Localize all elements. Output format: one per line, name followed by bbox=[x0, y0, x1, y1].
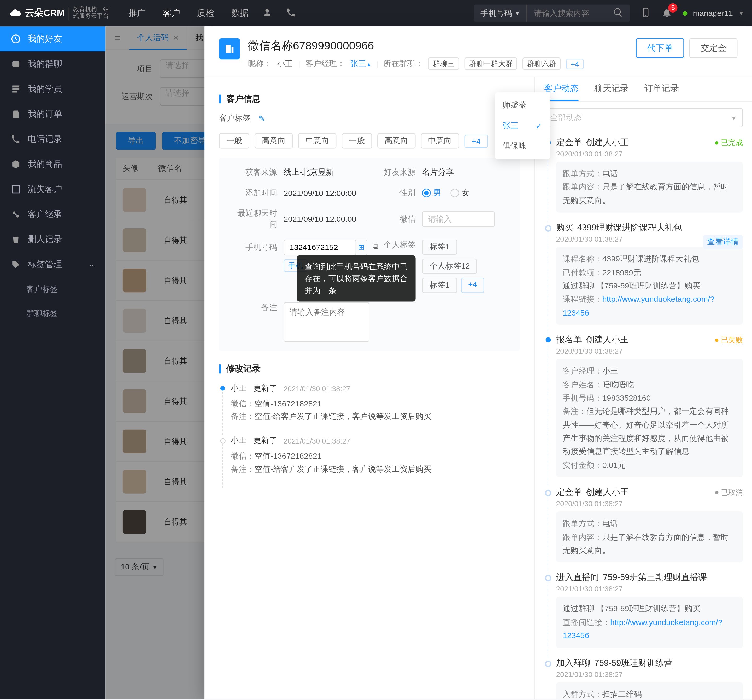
group-chip[interactable]: 群聊一群大群 bbox=[465, 58, 517, 70]
sidebar-item-students[interactable]: 我的学员 bbox=[0, 76, 106, 102]
nav-qc[interactable]: 质检 bbox=[197, 7, 214, 19]
sidebar-item-orders[interactable]: 我的订单 bbox=[0, 102, 106, 127]
proxy-order-button[interactable]: 代下单 bbox=[636, 38, 684, 58]
wechat-input[interactable] bbox=[422, 211, 495, 227]
customer-icon bbox=[219, 38, 240, 59]
rtab-chat[interactable]: 聊天记录 bbox=[594, 82, 628, 101]
sidebar-item-groups[interactable]: 我的群聊 bbox=[0, 51, 106, 76]
nav-customer[interactable]: 客户 bbox=[163, 7, 180, 19]
gender-female-radio[interactable]: 女 bbox=[451, 187, 469, 199]
sidebar: 我的好友 我的群聊 我的学员 我的订单 电话记录 我的商品 流失客户 客户继承 … bbox=[0, 26, 106, 700]
manager-dropdown[interactable]: 张三 ▴ bbox=[350, 58, 371, 69]
svg-point-1 bbox=[645, 15, 646, 16]
sidebar-item-friends[interactable]: 我的好友 bbox=[0, 26, 106, 51]
section-modlog: 修改记录 bbox=[219, 363, 520, 375]
feed-item: 进入直播间759-59班第三期理财直播课2021/01/30 01:38:27通… bbox=[544, 572, 743, 648]
remark-textarea[interactable] bbox=[284, 302, 369, 342]
notification-badge: 5 bbox=[668, 3, 677, 12]
modlog-item: 小王更新了2021/01/30 01:38:27微信：空值-1367218282… bbox=[219, 435, 520, 476]
copy-icon[interactable]: ⧉ bbox=[373, 242, 384, 254]
feed-item: 加入群聊759-59班理财训练营2021/01/30 01:38:27入群方式：… bbox=[544, 657, 743, 700]
manager-dropdown-menu: 师馨薇 张三✓ 俱保咏 bbox=[495, 92, 550, 159]
chevron-up-icon: ︿ bbox=[89, 260, 95, 269]
tag-chip: 中意向 bbox=[298, 133, 337, 148]
search-input[interactable] bbox=[527, 9, 606, 18]
feed-item: 报名单创建人小王已失败2020/01/30 01:38:27客户经理：小王客户姓… bbox=[544, 334, 743, 478]
customer-title: 微信名称6789990000966 bbox=[248, 38, 628, 54]
chevron-down-icon: ▼ bbox=[731, 114, 737, 121]
feed-item: 定金单创建人小王已完成2020/01/30 01:38:27跟单方式：电话跟单内… bbox=[544, 137, 743, 213]
sidebar-item-lost[interactable]: 流失客户 bbox=[0, 177, 106, 202]
sidebar-item-inherit[interactable]: 客户继承 bbox=[0, 202, 106, 227]
sidebar-item-products[interactable]: 我的商品 bbox=[0, 152, 106, 177]
sidebar-item-calls[interactable]: 电话记录 bbox=[0, 127, 106, 152]
chevron-up-icon: ▴ bbox=[367, 60, 371, 67]
phone-icon[interactable] bbox=[286, 7, 296, 20]
modlog-item: 小王更新了2021/01/30 01:38:27微信：空值-1367218282… bbox=[219, 383, 520, 423]
group-chip[interactable]: 群聊三 bbox=[428, 58, 459, 70]
mobile-icon[interactable] bbox=[641, 7, 651, 20]
nav-promotion[interactable]: 推广 bbox=[129, 7, 146, 19]
group-more[interactable]: +4 bbox=[566, 59, 584, 69]
bell-icon[interactable]: 5 bbox=[662, 7, 672, 20]
nav-data[interactable]: 数据 bbox=[232, 7, 249, 19]
customer-detail-panel: 微信名称6789990000966 昵称：小王 | 客户经理： 张三 ▴ | 所… bbox=[204, 26, 752, 700]
user-icon[interactable] bbox=[262, 7, 272, 20]
tags-label: 客户标签 bbox=[219, 113, 251, 124]
tag-chip: 中意向 bbox=[421, 133, 459, 148]
svg-rect-3 bbox=[12, 61, 19, 67]
tag-chip: 一般 bbox=[342, 133, 372, 148]
phone-tooltip: 查询到此手机号码在系统中已存在，可以将两条客户数据合并为一条 bbox=[297, 255, 416, 302]
tag-chip: 高意向 bbox=[377, 133, 416, 148]
feed-item: 定金单创建人小王已取消2020/01/30 01:38:27跟单方式：电话跟单内… bbox=[544, 487, 743, 563]
sidebar-item-deletelog[interactable]: 删人记录 bbox=[0, 227, 106, 252]
edit-icon[interactable]: ✎ bbox=[258, 114, 265, 123]
topbar: 云朵CRM 教育机构一站式服务云平台 推广 客户 质检 数据 手机号码▼ 5 bbox=[0, 0, 752, 26]
search-box: 手机号码▼ bbox=[474, 5, 630, 22]
view-detail-link[interactable]: 查看详情 bbox=[703, 235, 743, 249]
group-chip[interactable]: 群聊六群 bbox=[522, 58, 561, 70]
online-dot bbox=[683, 11, 688, 16]
sidebar-sub-customer-tags[interactable]: 客户标签 bbox=[0, 277, 106, 302]
tag-more[interactable]: +4 bbox=[465, 134, 488, 148]
sidebar-item-tagmgmt[interactable]: 标签管理︿ bbox=[0, 252, 106, 277]
sidebar-sub-group-tags[interactable]: 群聊标签 bbox=[0, 302, 106, 326]
logo: 云朵CRM 教育机构一站式服务云平台 bbox=[8, 7, 109, 20]
deposit-button[interactable]: 交定金 bbox=[689, 38, 737, 58]
gender-male-radio[interactable]: 男 bbox=[422, 187, 441, 199]
user-menu[interactable]: manager11 ▼ bbox=[683, 9, 744, 18]
ptags-more[interactable]: +4 bbox=[461, 278, 484, 293]
activity-filter-select[interactable]: 全部动态▼ bbox=[544, 108, 743, 127]
check-icon: ✓ bbox=[536, 121, 542, 130]
phone-lookup-icon[interactable]: ⊞ bbox=[356, 240, 367, 255]
rtab-orders[interactable]: 订单记录 bbox=[645, 82, 679, 101]
phone-input[interactable] bbox=[284, 240, 356, 255]
search-type-select[interactable]: 手机号码▼ bbox=[474, 5, 527, 22]
top-nav: 推广 客户 质检 数据 bbox=[129, 7, 249, 19]
dd-option-selected[interactable]: 张三✓ bbox=[495, 115, 550, 136]
dd-option[interactable]: 师馨薇 bbox=[495, 95, 550, 115]
feed-item: 查看详情购买4399理财课进阶课程大礼包2020/01/30 01:38:27课… bbox=[544, 222, 743, 325]
search-icon[interactable] bbox=[607, 7, 630, 20]
tag-chip: 高意向 bbox=[255, 133, 293, 148]
section-customer-info: 客户信息 bbox=[219, 93, 520, 105]
dd-option[interactable]: 俱保咏 bbox=[495, 136, 550, 156]
tag-chip: 一般 bbox=[219, 133, 249, 148]
